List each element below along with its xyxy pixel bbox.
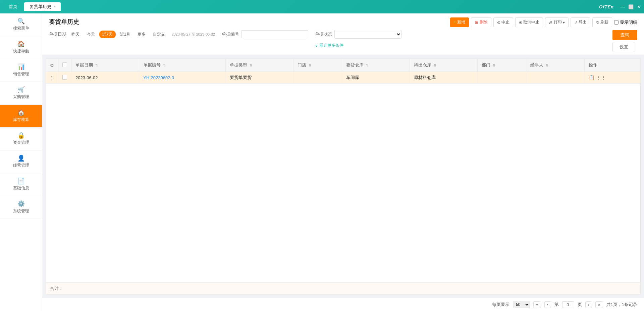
sidebar-finance-mgmt-label: 资金管理 (13, 140, 29, 145)
date-btn-today[interactable]: 今天 (84, 31, 98, 38)
col-header-req-warehouse[interactable]: 要货仓库 ⇅ (342, 59, 410, 72)
row-doc-type: 要货单要货 (225, 72, 293, 84)
page-title: 要货单历史 (49, 18, 79, 26)
tab-requisition-history[interactable]: 要货单历史 × (24, 2, 61, 11)
table-header-row: ⚙ 单据日期 ⇅ 单据编号 ⇅ 单据类型 (46, 59, 640, 72)
stop-button[interactable]: ⊘ 中止 (493, 17, 513, 27)
date-btn-custom[interactable]: 自定义 (150, 31, 168, 38)
filter-doc-date: 单据日期 昨天 今天 近7天 近1月 更多 自定义 2023-05-27 至 2… (49, 31, 215, 38)
sort-store-icon: ⇅ (309, 63, 311, 67)
expand-more-icon: ∨ (315, 43, 318, 48)
minimize-icon[interactable]: — (621, 4, 625, 9)
header-checkbox[interactable] (62, 62, 67, 67)
sort-doc-type-icon: ⇅ (250, 63, 252, 67)
date-btn-yesterday[interactable]: 昨天 (68, 31, 83, 38)
sidebar-item-ops-mgmt[interactable]: 👤 经营管理 (0, 150, 42, 173)
sidebar-purchase-mgmt-label: 采购管理 (13, 94, 29, 100)
table-body: 1 2023-06-02 YH-20230602-0 要货单要货 车间库 原材料… (46, 72, 640, 84)
show-detail-label[interactable]: 显示明细 (614, 19, 637, 26)
table-wrapper: ⚙ 单据日期 ⇅ 单据编号 ⇅ 单据类型 (46, 58, 641, 295)
sidebar-sys-mgmt-label: 系统管理 (13, 208, 29, 214)
first-page-btn[interactable]: « (533, 301, 541, 308)
doc-number-input[interactable] (241, 30, 308, 38)
sys-mgmt-icon: ⚙️ (17, 201, 25, 207)
per-page-select[interactable]: 10 20 50 100 (513, 301, 530, 308)
row-checkbox[interactable] (62, 75, 67, 80)
delete-button[interactable]: 🗑 删除 (471, 17, 491, 27)
purchase-mgmt-icon: 🛒 (17, 87, 25, 93)
sidebar-item-sys-mgmt[interactable]: ⚙️ 系统管理 (0, 196, 42, 219)
col-header-store[interactable]: 门店 ⇅ (293, 59, 342, 72)
filter-row-1: 单据日期 昨天 今天 近7天 近1月 更多 自定义 2023-05-27 至 2… (49, 30, 609, 39)
doc-date-label: 单据日期 (49, 31, 66, 37)
tab-bar: 首页 要货单历史 × (3, 2, 599, 11)
col-header-department[interactable]: 部门 ⇅ (478, 59, 526, 72)
finance-mgmt-icon: 🔒 (17, 132, 25, 138)
sort-pending-warehouse-icon: ⇅ (434, 63, 436, 67)
sidebar-item-search-menu[interactable]: 🔍 搜索菜单 (0, 13, 42, 36)
sidebar-item-finance-mgmt[interactable]: 🔒 资金管理 (0, 128, 42, 150)
page-input[interactable] (562, 301, 574, 308)
print-icon: 🖨 (549, 20, 553, 25)
page-label: 第 (554, 302, 559, 308)
sidebar-item-inventory[interactable]: 🏠 库存核算 (0, 105, 42, 128)
quick-nav-icon: 🏠 (17, 41, 25, 47)
export-button[interactable]: ↗ 导出 (571, 17, 590, 27)
col-header-doc-type[interactable]: 单据类型 ⇅ (225, 59, 293, 72)
cancel-stop-button[interactable]: ⊗ 取消中止 (515, 17, 543, 27)
query-button[interactable]: 查询 (612, 30, 637, 40)
per-page-label: 每页显示 (492, 302, 509, 308)
prev-page-btn[interactable]: ‹ (544, 301, 551, 308)
table-empty-space (46, 84, 640, 282)
col-header-handler[interactable]: 经手人 ⇅ (526, 59, 585, 72)
header-row: 要货单历史 + 新增 🗑 删除 ⊘ 中止 ⊗ 取消中止 (49, 17, 637, 30)
settings-button[interactable]: 设置 (612, 42, 635, 52)
sidebar-item-quick-nav[interactable]: 🏠 快捷导航 (0, 36, 42, 59)
row-doc-date: 2023-06-02 (71, 72, 139, 84)
row-store (293, 72, 342, 84)
col-header-settings[interactable]: ⚙ (46, 59, 58, 72)
ops-mgmt-icon: 👤 (17, 155, 25, 161)
maximize-icon[interactable]: ⬜ (628, 4, 634, 9)
tab-home[interactable]: 首页 (3, 2, 23, 11)
col-header-doc-date[interactable]: 单据日期 ⇅ (71, 59, 139, 72)
date-btn-7days[interactable]: 近7天 (99, 31, 116, 38)
row-more-icon[interactable]: ⋮⋮ (596, 75, 606, 80)
sidebar-item-purchase-mgmt[interactable]: 🛒 采购管理 (0, 82, 42, 105)
next-page-btn[interactable]: › (585, 301, 592, 308)
data-table: ⚙ 单据日期 ⇅ 单据编号 ⇅ 单据类型 (46, 59, 640, 84)
col-header-doc-no[interactable]: 单据编号 ⇅ (139, 59, 226, 72)
show-detail-checkbox[interactable] (614, 20, 619, 25)
expand-more-btn[interactable]: ∨ 展开更多条件 (49, 41, 609, 50)
sidebar-ops-mgmt-label: 经营管理 (13, 163, 29, 168)
sales-mgmt-icon: 📊 (17, 64, 25, 70)
window-controls: OfTEn — ⬜ ✕ (599, 4, 641, 9)
col-header-checkbox (58, 59, 71, 72)
export-icon: ↗ (574, 20, 578, 25)
row-checkbox-cell (58, 72, 71, 84)
sidebar-search-menu-label: 搜索菜单 (13, 26, 29, 31)
sidebar-item-basic-info[interactable]: 📄 基础信息 (0, 173, 42, 196)
doc-status-select[interactable] (334, 30, 401, 39)
row-pending-warehouse: 原材料仓库 (410, 72, 478, 84)
refresh-button[interactable]: ↻ 刷新 (592, 17, 612, 27)
doc-number-label: 单据编号 (222, 31, 239, 37)
date-btn-more[interactable]: 更多 (135, 31, 149, 38)
new-button[interactable]: + 新增 (450, 17, 469, 27)
last-page-btn[interactable]: » (595, 301, 603, 308)
sidebar-quick-nav-label: 快捷导航 (13, 48, 29, 54)
row-handler (526, 72, 585, 84)
delete-icon: 🗑 (475, 20, 479, 25)
top-bar: 首页 要货单历史 × OfTEn — ⬜ ✕ (0, 0, 644, 13)
stop-icon: ⊘ (497, 20, 500, 25)
sidebar-item-sales-mgmt[interactable]: 📊 销售管理 (0, 59, 42, 82)
doc-no-link[interactable]: YH-20230602-0 (143, 75, 174, 80)
sort-doc-date-icon: ⇅ (95, 63, 98, 67)
row-edit-icon[interactable]: 📋 (589, 75, 594, 80)
row-index: 1 (46, 72, 58, 84)
print-button[interactable]: 🖨 打印 ▾ (545, 17, 569, 27)
tab-close-icon[interactable]: × (53, 5, 55, 9)
close-icon[interactable]: ✕ (637, 4, 641, 9)
date-btn-1month[interactable]: 近1月 (117, 31, 133, 38)
col-header-pending-warehouse[interactable]: 待出仓库 ⇅ (410, 59, 478, 72)
